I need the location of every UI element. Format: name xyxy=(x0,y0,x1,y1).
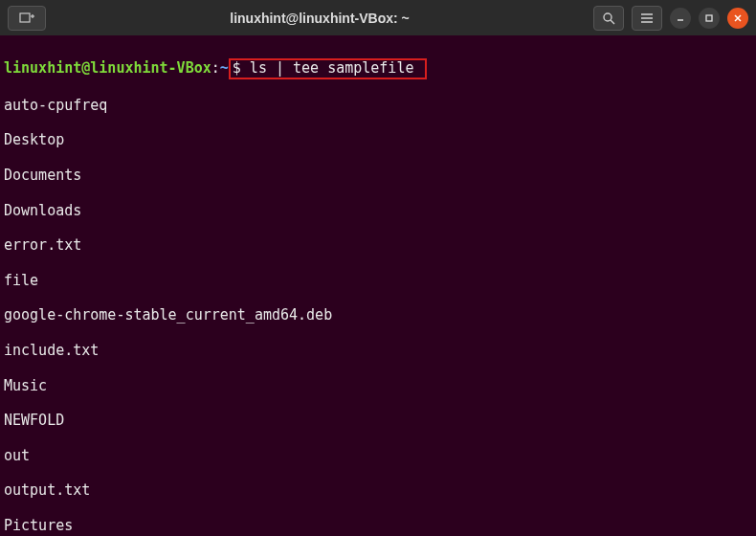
maximize-icon xyxy=(704,13,714,23)
menu-button[interactable] xyxy=(632,6,662,31)
output-line: auto-cpufreq xyxy=(4,97,752,114)
hamburger-icon xyxy=(640,12,654,24)
output-line: google-chrome-stable_current_amd64.deb xyxy=(4,306,752,324)
svg-point-3 xyxy=(604,13,611,21)
prompt-symbol: $ xyxy=(233,59,241,77)
prompt-path: ~ xyxy=(220,59,229,77)
output-line: Music xyxy=(4,377,752,394)
minimize-button[interactable] xyxy=(670,8,691,29)
prompt-line-1: linuxhint@linuxhint-VBox:~$ ls | tee sam… xyxy=(4,58,752,78)
close-icon xyxy=(733,13,743,23)
prompt-userhost: linuxhint@linuxhint-VBox xyxy=(4,59,211,77)
svg-line-4 xyxy=(611,20,614,24)
highlighted-command: $ ls | tee samplefile xyxy=(229,58,427,78)
command-text: ls | tee samplefile xyxy=(241,59,423,77)
output-line: Desktop xyxy=(4,131,752,148)
svg-rect-0 xyxy=(20,13,30,22)
terminal-content[interactable]: linuxhint@linuxhint-VBox:~$ ls | tee sam… xyxy=(0,35,756,536)
new-tab-icon xyxy=(19,11,34,25)
output-line: error.txt xyxy=(4,236,752,254)
svg-rect-9 xyxy=(706,15,712,21)
minimize-icon xyxy=(676,13,685,23)
output-line: out xyxy=(4,447,752,464)
window-title: linuxhint@linuxhint-VBox: ~ xyxy=(46,11,593,26)
output-line: NEWFOLD xyxy=(4,412,752,429)
window-titlebar: linuxhint@linuxhint-VBox: ~ xyxy=(0,0,756,35)
output-line: Pictures xyxy=(4,517,752,534)
prompt-sep: : xyxy=(211,59,220,77)
output-line: output.txt xyxy=(4,481,752,499)
search-icon xyxy=(602,11,615,25)
maximize-button[interactable] xyxy=(699,8,720,29)
output-line: include.txt xyxy=(4,342,752,359)
new-tab-button[interactable] xyxy=(8,6,46,31)
output-line: Downloads xyxy=(4,202,752,219)
close-button[interactable] xyxy=(727,8,748,29)
output-line: Documents xyxy=(4,167,752,184)
search-button[interactable] xyxy=(593,6,624,31)
output-line: file xyxy=(4,272,752,289)
